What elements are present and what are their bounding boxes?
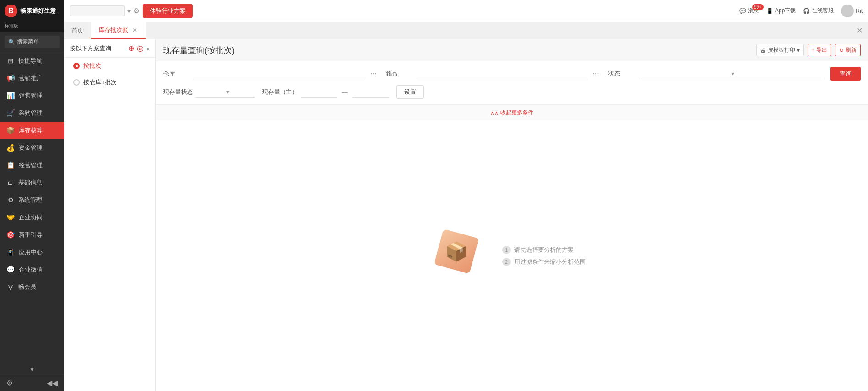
sidebar-item-label: 营销推广	[19, 74, 43, 82]
user-name: Rit	[856, 8, 863, 14]
sidebar-item-sales[interactable]: 📊 销售管理	[0, 87, 64, 104]
empty-tip-1: 1 请先选择要分析的方案	[502, 246, 586, 254]
sidebar-item-newbie[interactable]: 🎯 新手引导	[0, 226, 64, 244]
sidebar-item-inventory[interactable]: 📦 库存核算	[0, 122, 64, 139]
product-field: 商品 ···	[385, 68, 600, 79]
stock-status-field: 现存量状态 ▾	[163, 87, 255, 98]
stock-quantity-dash: —	[340, 89, 350, 96]
sidebar-footer: ⚙ ◀◀	[0, 375, 64, 391]
radio-by-warehouse-batch	[73, 79, 80, 86]
filter-scheme-label: 按批次	[83, 62, 101, 70]
message-action[interactable]: 💬 消息 99+	[739, 7, 759, 15]
filter-panel-title: 按以下方案查询	[70, 44, 111, 53]
topbar-gear-icon[interactable]: ⚙	[133, 6, 140, 15]
topbar-search-input[interactable]	[70, 5, 125, 16]
chevron-up-icon: ∧∧	[490, 110, 499, 116]
tip-num-1: 1	[502, 246, 511, 254]
trial-button[interactable]: 体验行业方案	[143, 4, 193, 18]
topbar: ▾ ⚙ 体验行业方案 💬 消息 99+ 📱 App下载 🎧 在线客服 Rit	[64, 0, 868, 22]
status-select[interactable]: ▾	[638, 69, 823, 79]
status-field: 状态 ▾	[608, 69, 823, 79]
add-scheme-icon[interactable]: ⊕	[128, 44, 134, 53]
tip-text-2: 用过滤条件来缩小分析范围	[514, 258, 586, 266]
sidebar-item-label: 企业微信	[19, 266, 43, 274]
export-button[interactable]: ↑ 导出	[808, 44, 831, 56]
sidebar-scroll-down[interactable]: ▼	[0, 364, 64, 375]
filter-scheme-by-batch[interactable]: 按批次	[64, 58, 155, 74]
settings-icon[interactable]: ⚙	[6, 379, 13, 387]
stock-quantity-from[interactable]	[301, 87, 337, 98]
filter-scheme-by-warehouse-batch[interactable]: 按仓库+批次	[64, 74, 155, 91]
user-action[interactable]: Rit	[841, 5, 863, 17]
stock-quantity-field: 现存量（主） —	[262, 87, 389, 98]
sidebar-item-label: 应用中心	[19, 248, 43, 256]
sidebar-nav: ⊞ 快捷导航 📢 营销推广 📊 销售管理 🛒 采购管理 📦 库存核算 💰 资金管…	[0, 52, 64, 364]
sidebar-item-label: 快捷导航	[18, 57, 42, 65]
warehouse-more-icon[interactable]: ···	[368, 70, 378, 78]
sales-icon: 📊	[6, 92, 15, 100]
print-chevron-icon: ▾	[797, 47, 800, 54]
sidebar-item-basic[interactable]: 🗂 基础信息	[0, 174, 64, 191]
sidebar-item-purchase[interactable]: 🛒 采购管理	[0, 104, 64, 122]
filter-panel: 按以下方案查询 ⊕ ◎ « 按批次 按仓库+批次	[64, 39, 156, 391]
page-title-bar: 现存量查询(按批次) 🖨 按模板打印 ▾ ↑ 导出 ↻ 刷新	[156, 39, 868, 61]
sidebar-search-button[interactable]: 🔍 搜索菜单	[5, 36, 60, 48]
inventory-icon: 📦	[6, 126, 15, 135]
app-logo: B	[5, 5, 17, 17]
tab-home[interactable]: 首页	[64, 22, 91, 39]
headset-icon: 🎧	[803, 8, 810, 14]
topbar-right: 💬 消息 99+ 📱 App下载 🎧 在线客服 Rit	[739, 5, 863, 17]
product-input[interactable]	[416, 68, 588, 79]
tab-inventory-batch[interactable]: 库存批次账 ✕	[91, 22, 146, 39]
online-service-action[interactable]: 🎧 在线客服	[803, 7, 834, 15]
sidebar-item-label: 新手引导	[19, 231, 43, 239]
sidebar-item-system[interactable]: ⚙ 系统管理	[0, 191, 64, 209]
sidebar-item-marketing[interactable]: 📢 营销推广	[0, 70, 64, 87]
product-more-icon[interactable]: ···	[591, 70, 600, 78]
settings-button[interactable]: 设置	[396, 85, 424, 99]
sidebar-item-label: 库存核算	[19, 126, 43, 135]
sidebar-item-label: 采购管理	[19, 109, 43, 117]
collapse-more-label: 收起更多条件	[500, 109, 533, 117]
refresh-button[interactable]: ↻ 刷新	[835, 44, 861, 56]
close-tab-icon[interactable]: ✕	[131, 27, 138, 34]
collapse-panel-icon[interactable]: «	[146, 45, 150, 52]
empty-tips: 1 请先选择要分析的方案 2 用过滤条件来缩小分析范围	[502, 246, 586, 266]
sidebar-item-shortcut[interactable]: ⊞ 快捷导航	[0, 52, 64, 70]
online-service-label: 在线客服	[812, 7, 834, 15]
sidebar-item-enterprise[interactable]: 🤝 企业协同	[0, 209, 64, 226]
operations-icon: 📋	[6, 161, 15, 169]
sidebar-item-finance[interactable]: 💰 资金管理	[0, 139, 64, 157]
topbar-left: ▾ ⚙ 体验行业方案	[70, 4, 736, 18]
topbar-chevron-icon[interactable]: ▾	[127, 7, 131, 15]
stock-status-label: 现存量状态	[163, 88, 193, 96]
app-download-label: App下载	[775, 7, 796, 15]
sidebar-item-operations[interactable]: 📋 经营管理	[0, 157, 64, 174]
printer-icon: 🖨	[760, 47, 766, 54]
search-icon: 🔍	[8, 39, 15, 45]
title-actions: 🖨 按模板打印 ▾ ↑ 导出 ↻ 刷新	[756, 44, 861, 56]
query-button[interactable]: 查询	[830, 67, 861, 81]
edit-scheme-icon[interactable]: ◎	[137, 44, 143, 53]
sidebar-item-app-center[interactable]: 📱 应用中心	[0, 244, 64, 261]
collapse-more-conditions[interactable]: ∧∧ 收起更多条件	[156, 105, 868, 120]
app-download-action[interactable]: 📱 App下载	[766, 7, 796, 15]
filter-conditions: 仓库 ··· 商品 ··· 状态 ▾	[156, 61, 868, 105]
sidebar-item-label: 资金管理	[19, 144, 43, 152]
enterprise-icon: 🤝	[6, 213, 15, 222]
finance-icon: 💰	[6, 144, 15, 152]
filter-row-1: 仓库 ··· 商品 ··· 状态 ▾	[163, 67, 861, 81]
tip-text-1: 请先选择要分析的方案	[514, 246, 574, 254]
sidebar: B 畅康通好生意 标准版 🔍 搜索菜单 ⊞ 快捷导航 📢 营销推广 📊 销售管理…	[0, 0, 64, 391]
shortcut-icon: ⊞	[6, 57, 15, 65]
stock-quantity-to[interactable]	[352, 87, 389, 98]
sidebar-item-wechat[interactable]: 💬 企业微信	[0, 261, 64, 278]
panel-close-icon[interactable]: ✕	[857, 26, 863, 35]
collapse-sidebar-icon[interactable]: ◀◀	[47, 379, 58, 387]
sidebar-item-vip[interactable]: V 畅会员	[0, 278, 64, 296]
warehouse-input[interactable]	[193, 68, 366, 79]
basic-icon: 🗂	[6, 179, 15, 187]
print-template-button[interactable]: 🖨 按模板打印 ▾	[756, 44, 804, 56]
warehouse-label: 仓库	[163, 70, 191, 78]
stock-status-select[interactable]: ▾	[196, 87, 255, 98]
